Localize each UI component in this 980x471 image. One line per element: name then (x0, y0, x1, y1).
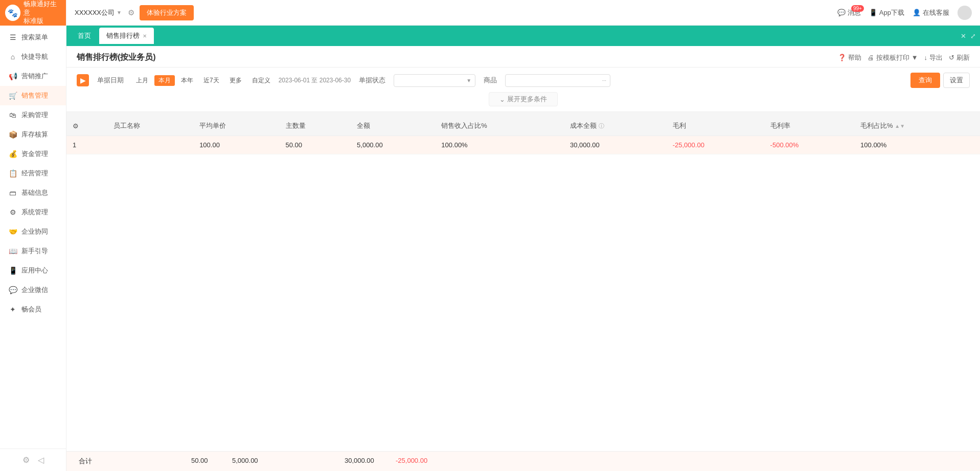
refresh-btn[interactable]: ↺ 刷新 (949, 53, 970, 62)
cell-cost: 30,000.00 (564, 136, 667, 154)
sidebar-item-finance[interactable]: 💰 资金管理 (0, 144, 66, 164)
col-profit-pct: 毛利占比% ▲▼ (854, 116, 980, 136)
sidebar-settings-icon[interactable]: ⚙ (20, 453, 32, 467)
logo-icon: 🐾 (5, 5, 20, 21)
sidebar-item-basic[interactable]: 🗃 基础信息 (0, 183, 66, 203)
date-btn-this-month[interactable]: 本月 (154, 75, 175, 86)
col-amount: 全额 (351, 116, 435, 136)
template-print-label: 按模板打印 (876, 53, 909, 62)
user-avatar[interactable] (958, 6, 972, 20)
tab-close-all-icon[interactable]: ✕ (961, 32, 966, 40)
sidebar-item-guide[interactable]: 📖 新手引导 (0, 241, 66, 261)
sidebar-label-collab: 企业协同 (21, 227, 48, 236)
tab-sales-rank[interactable]: 销售排行榜 ✕ (99, 28, 154, 44)
page: 销售排行榜(按业务员) ❓ 帮助 🖨 按模板打印 ▼ ↓ 导出 ↺ 刷新 (66, 46, 980, 471)
col-profit-rate: 毛利率 (764, 116, 854, 136)
sidebar-label-member: 畅会员 (21, 305, 41, 314)
refresh-label: 刷新 (956, 53, 970, 62)
tab-sales-rank-label: 销售排行榜 (106, 31, 140, 40)
sidebar-logo: 🐾 畅康通好生意 标准版 (0, 0, 66, 26)
tab-close-icon[interactable]: ✕ (143, 33, 147, 39)
sidebar-item-sales[interactable]: 🛒 销售管理 (0, 86, 66, 105)
print-arrow-icon: ▼ (911, 54, 918, 61)
filter-expand-icon-btn[interactable]: ▶ (77, 74, 89, 86)
date-range-text: 2023-06-01 至 2023-06-30 (279, 76, 351, 85)
setting-btn[interactable]: 设置 (943, 73, 970, 88)
table-footer: 合计 50.00 5,000.00 30,000.00 -25,000.00 (66, 451, 980, 471)
date-btn-more[interactable]: 更多 (225, 75, 246, 86)
sidebar-item-operation[interactable]: 📋 经营管理 (0, 164, 66, 183)
query-btn[interactable]: 查询 (910, 73, 940, 88)
col-avg-price: 平均单价 (193, 116, 279, 136)
status-filter-label: 单据状态 (359, 76, 385, 85)
sidebar-item-purchase[interactable]: 🛍 采购管理 (0, 105, 66, 125)
col-qty: 主数量 (280, 116, 351, 136)
sidebar-icon-quick: ⌂ (8, 53, 17, 61)
footer-profit: -25,000.00 (390, 457, 441, 466)
sidebar-icon-collab: 🤝 (8, 228, 17, 236)
filter-bar: ▶ 单据日期 上月 本月 本年 近7天 更多 自定义 2023-06-01 至 … (66, 68, 980, 112)
logo-text: 畅康通好生意 标准版 (24, 0, 61, 26)
sidebar-item-appstore[interactable]: 📱 应用中心 (0, 261, 66, 280)
table-header: ⚙ 员工名称 平均单价 主数量 全额 销售收入占比% 成本全额 ⓘ 毛利 毛利率… (66, 116, 980, 136)
sidebar-icon-guide: 📖 (8, 247, 17, 255)
goods-input[interactable] (505, 74, 610, 87)
date-btn-7days[interactable]: 近7天 (199, 75, 223, 86)
company-selector[interactable]: XXXXXX公司 ▼ (75, 8, 122, 17)
topbar-right: 💬 消息 99+ 📱 App下载 👤 在线客服 (837, 6, 972, 20)
company-dropdown-icon: ▼ (117, 10, 122, 15)
sidebar-label-finance: 资金管理 (21, 149, 48, 159)
sidebar-collapse-icon[interactable]: ◁ (36, 453, 46, 467)
col-name: 员工名称 (107, 116, 193, 136)
sidebar-item-inventory[interactable]: 📦 库存核算 (0, 125, 66, 144)
app-download-btn[interactable]: 📱 App下载 (869, 8, 904, 17)
sidebar-item-quick[interactable]: ⌂ 快捷导航 (0, 47, 66, 66)
service-btn[interactable]: 👤 在线客服 (913, 8, 949, 17)
date-btn-last-month[interactable]: 上月 (132, 75, 152, 86)
sidebar-item-system[interactable]: ⚙ 系统管理 (0, 203, 66, 222)
message-btn[interactable]: 💬 消息 99+ (837, 8, 861, 17)
sidebar-item-search[interactable]: ☰ 搜索菜单 (0, 28, 66, 47)
export-btn[interactable]: ↓ 导出 (924, 53, 943, 62)
table-header-row: ⚙ 员工名称 平均单价 主数量 全额 销售收入占比% 成本全额 ⓘ 毛利 毛利率… (66, 116, 980, 136)
topbar: XXXXXX公司 ▼ ⚙ 体验行业方案 💬 消息 99+ 📱 App下载 👤 在… (66, 0, 980, 26)
service-icon: 👤 (913, 9, 921, 16)
sidebar-item-marketing[interactable]: 📢 营销推广 (0, 66, 66, 86)
date-filter-label: 单据日期 (97, 76, 124, 85)
sidebar-icon-appstore: 📱 (8, 266, 17, 275)
exp-btn[interactable]: 体验行业方案 (140, 5, 194, 20)
sidebar-item-collab[interactable]: 🤝 企业协同 (0, 222, 66, 241)
sidebar-item-wechat[interactable]: 💬 企业微信 (0, 280, 66, 300)
help-btn[interactable]: ❓ 帮助 (838, 53, 861, 62)
sidebar-label-purchase: 采购管理 (21, 110, 48, 120)
filter-row: ▶ 单据日期 上月 本月 本年 近7天 更多 自定义 2023-06-01 至 … (77, 73, 970, 88)
cell-profit-rate: -500.00% (764, 136, 854, 154)
col-sales-pct: 销售收入占比% (435, 116, 564, 136)
refresh-icon: ↺ (949, 54, 954, 61)
status-select-wrap: ▼ (394, 74, 475, 87)
help-label: 帮助 (848, 53, 861, 62)
sidebar-icon-system: ⚙ (8, 208, 17, 216)
expand-more-icon: ⌄ (499, 96, 505, 103)
cell-avg-price: 100.00 (193, 136, 279, 154)
sidebar-item-member[interactable]: ✦ 畅会员 (0, 300, 66, 319)
sidebar-icon-member: ✦ (8, 305, 17, 313)
gear-icon: ⚙ (73, 122, 79, 130)
tab-home[interactable]: 首页 (71, 28, 98, 44)
template-print-btn[interactable]: 🖨 按模板打印 ▼ (868, 53, 918, 62)
sidebar: 🐾 畅康通好生意 标准版 ☰ 搜索菜单 ⌂ 快捷导航 📢 营销推广 🛒 销售管理… (0, 0, 66, 471)
cell-rank: 1 (66, 136, 107, 154)
table-wrap: ⚙ 员工名称 平均单价 主数量 全额 销售收入占比% 成本全额 ⓘ 毛利 毛利率… (66, 116, 980, 451)
date-btn-custom[interactable]: 自定义 (248, 75, 275, 86)
status-select[interactable] (394, 74, 475, 87)
sidebar-label-wechat: 企业微信 (21, 285, 48, 295)
topbar-gear-icon[interactable]: ⚙ (128, 8, 134, 17)
col-profit: 毛利 (667, 116, 764, 136)
tab-restore-icon[interactable]: ⤢ (970, 32, 976, 40)
expand-more-btn[interactable]: ⌄ 展开更多条件 (489, 92, 558, 106)
footer-cost: 30,000.00 (338, 457, 390, 466)
sidebar-icon-marketing: 📢 (8, 72, 17, 80)
cell-sales-pct: 100.00% (435, 136, 564, 154)
table-row: 1 100.00 50.00 5,000.00 100.00% 30,000.0… (66, 136, 980, 154)
date-btn-this-year[interactable]: 本年 (177, 75, 197, 86)
